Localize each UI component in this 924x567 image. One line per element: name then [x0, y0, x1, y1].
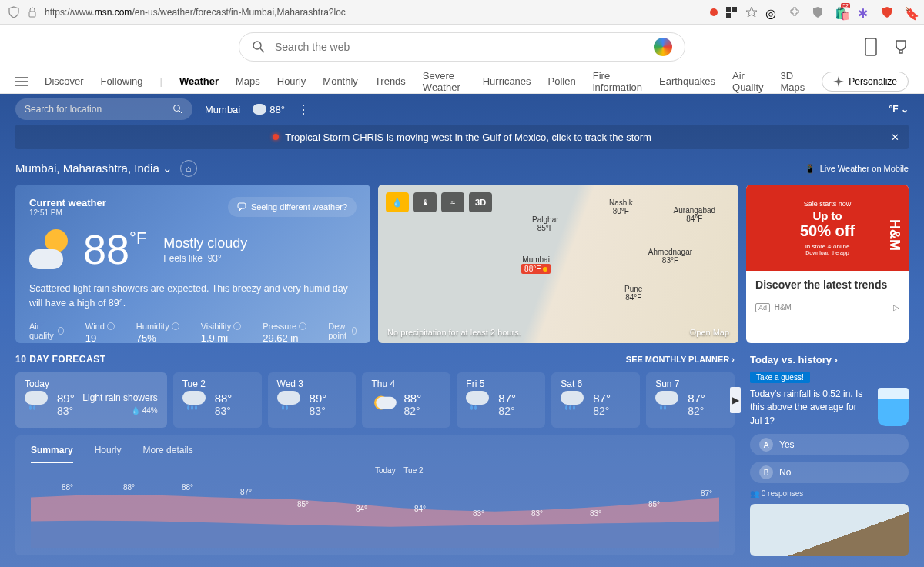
- sidebar-image[interactable]: [750, 504, 909, 556]
- mobile-icon[interactable]: [864, 37, 878, 57]
- map-temp-button[interactable]: 🌡: [413, 192, 437, 212]
- day-card-today[interactable]: Today 89°83° Light rain showers💧 44%: [15, 372, 167, 428]
- qr-icon[interactable]: [725, 6, 738, 18]
- forecast-title: 10 DAY FORECAST: [15, 354, 106, 365]
- location-title[interactable]: Mumbai, Maharashtra, India ⌄: [15, 162, 172, 175]
- chart-temp: 83°: [531, 509, 543, 518]
- history-title[interactable]: Today vs. history ›: [750, 354, 909, 365]
- trophy-icon[interactable]: [893, 38, 909, 55]
- nav-fire[interactable]: Fire information: [593, 70, 642, 93]
- map-city-palghar: Palghar85°F: [532, 215, 558, 232]
- ad-card[interactable]: Sale starts now Up to 50% off In store &…: [746, 185, 909, 343]
- unit-toggle[interactable]: °F ⌄: [889, 104, 909, 115]
- map-wind-button[interactable]: ≈: [441, 192, 464, 212]
- current-title: Current weather: [29, 197, 106, 208]
- feels-like: Feels like 93°: [163, 253, 247, 264]
- nav-air[interactable]: Air Quality: [732, 70, 763, 93]
- open-map-link[interactable]: Open Map: [690, 328, 729, 337]
- chart-temp: 88°: [62, 483, 73, 492]
- live-weather-link[interactable]: 📱 Live Weather on Mobile: [805, 164, 909, 174]
- nav-hurricanes[interactable]: Hurricanes: [483, 75, 531, 87]
- weather-map[interactable]: 💧 🌡 ≈ 3D Nashik80°F Aurangabad84°F Palgh…: [378, 185, 738, 343]
- sun-cloud-icon: [377, 395, 391, 409]
- seeing-different-button[interactable]: Seeing different weather?: [228, 197, 357, 217]
- tab-hourly[interactable]: Hourly: [95, 445, 122, 463]
- ext-icon-5[interactable]: ✱: [858, 6, 870, 18]
- map-city-nashik: Nashik80°F: [609, 198, 633, 215]
- day-card[interactable]: Sun 787°82°: [646, 372, 735, 428]
- current-unit: °F: [129, 228, 146, 248]
- brave-shield-icon[interactable]: [881, 6, 893, 18]
- chart-temp: 88°: [123, 483, 135, 492]
- svg-line-11: [179, 111, 182, 114]
- day-card[interactable]: Sat 687°82°: [551, 372, 640, 428]
- personalize-button[interactable]: Personalize: [822, 72, 909, 92]
- ad-download: Download the app: [805, 250, 849, 255]
- location-search[interactable]: [15, 98, 192, 120]
- nav-discover[interactable]: Discover: [45, 75, 84, 87]
- menu-icon[interactable]: [15, 77, 28, 86]
- ad-brand-logo: H&M: [886, 219, 902, 251]
- ext-icon-1[interactable]: ◎: [765, 6, 778, 18]
- rain-icon: [466, 391, 490, 415]
- nav-separator: |: [160, 75, 162, 87]
- monthly-planner-link[interactable]: SEE MONTHLY PLANNER ›: [626, 355, 735, 364]
- url-text: https://www.msn.com/en-us/weather/foreca…: [45, 7, 346, 18]
- nav-trends[interactable]: Trends: [375, 75, 406, 87]
- nav-pollen[interactable]: Pollen: [548, 75, 576, 87]
- svg-rect-2: [732, 7, 737, 12]
- nav-weather[interactable]: Weather: [179, 75, 219, 87]
- ext-icon-4[interactable]: 🛍️52: [835, 6, 847, 18]
- nav-3dmaps[interactable]: 3D Maps: [781, 70, 805, 93]
- nav-following[interactable]: Following: [101, 75, 143, 87]
- strip-city[interactable]: Mumbai: [205, 104, 240, 115]
- ext-icon-7[interactable]: 🔖: [904, 6, 916, 18]
- ad-pct: 50% off: [800, 222, 855, 240]
- more-icon[interactable]: ⋮: [297, 102, 310, 117]
- stat-visibility: Visibility 1.9 mi: [201, 322, 242, 344]
- url-bar[interactable]: https://www.msn.com/en-us/weather/foreca…: [8, 6, 702, 18]
- map-precip-button[interactable]: 💧: [386, 192, 409, 212]
- location-title-row: Mumbai, Maharashtra, India ⌄ ⌂ 📱 Live We…: [0, 149, 924, 185]
- forecast-next-button[interactable]: ▶: [730, 387, 741, 413]
- nav-earthquakes[interactable]: Earthquakes: [659, 75, 715, 87]
- guess-badge: Take a guess!: [750, 372, 810, 383]
- search-box[interactable]: [239, 32, 685, 62]
- ad-advertiser: H&M: [775, 303, 792, 312]
- star-icon[interactable]: [745, 6, 758, 18]
- tab-summary[interactable]: Summary: [31, 445, 73, 463]
- map-precip-text: No precipitation for at least 2 hours.: [387, 328, 521, 337]
- poll-yes-button[interactable]: AYes: [750, 434, 909, 455]
- map-city-mumbai: Mumbai88°F: [521, 255, 551, 274]
- day-card[interactable]: Fri 587°82°: [457, 372, 545, 428]
- nav-hourly[interactable]: Hourly: [277, 75, 306, 87]
- chart-body[interactable]: Today Tue 2 88° 88° 88° 87° 85° 84° 84° …: [15, 463, 735, 555]
- shield-icon: [8, 6, 20, 18]
- search-input[interactable]: [275, 41, 644, 53]
- poll-responses: 👥 0 responses: [750, 489, 909, 498]
- rainfall-vial-icon: [878, 388, 909, 426]
- nav-monthly[interactable]: Monthly: [323, 75, 358, 87]
- copilot-icon[interactable]: [654, 38, 672, 56]
- poll-no-button[interactable]: BNo: [750, 462, 909, 483]
- nav-maps[interactable]: Maps: [236, 75, 260, 87]
- day-card[interactable]: Thu 488°82°: [362, 372, 450, 428]
- chart-temp: 85°: [648, 500, 660, 509]
- home-button[interactable]: ⌂: [180, 160, 197, 177]
- alert-banner[interactable]: Tropical Storm CHRIS is moving west in t…: [15, 125, 909, 149]
- browser-chrome: https://www.msn.com/en-us/weather/foreca…: [0, 0, 924, 25]
- nav-severe[interactable]: Severe Weather: [423, 70, 466, 93]
- tab-more[interactable]: More details: [142, 445, 192, 463]
- location-search-input[interactable]: [25, 104, 172, 115]
- svg-line-5: [260, 48, 264, 52]
- ad-choices-icon[interactable]: ▷: [893, 303, 899, 312]
- map-3d-button[interactable]: 3D: [469, 192, 492, 212]
- extensions-icon[interactable]: [788, 6, 801, 18]
- day-precip: 💧 44%: [82, 406, 157, 415]
- chart-temp: 84°: [414, 505, 426, 513]
- alert-close-button[interactable]: ✕: [891, 132, 899, 143]
- chart-temp: 87°: [701, 489, 712, 498]
- day-card[interactable]: Tue 288°83°: [173, 372, 262, 428]
- day-card[interactable]: Wed 389°83°: [268, 372, 357, 428]
- ext-icon-3[interactable]: [812, 6, 824, 18]
